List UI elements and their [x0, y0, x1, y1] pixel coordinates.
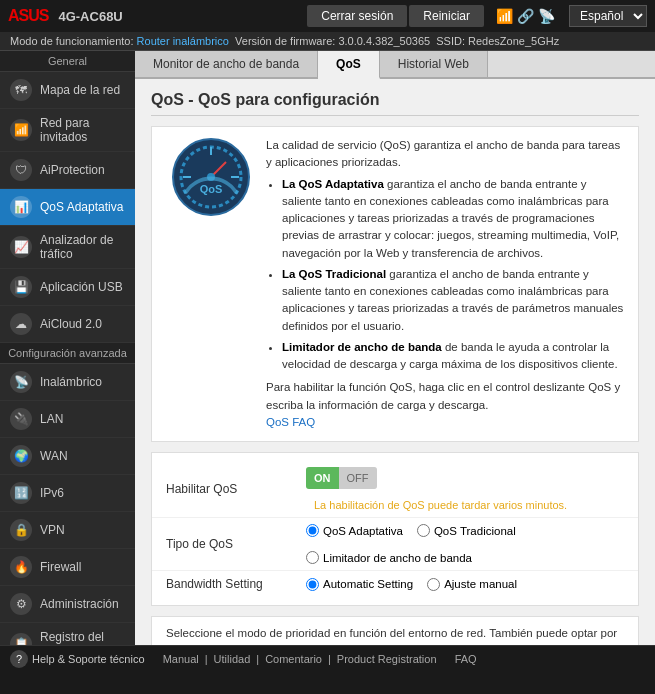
- sidebar-item-qos[interactable]: 📊 QoS Adaptativa: [0, 189, 135, 226]
- tab-bandwidth-monitor[interactable]: Monitor de ancho de banda: [135, 51, 318, 77]
- link-comment[interactable]: Comentario: [265, 653, 322, 665]
- signal-icon: 📡: [538, 8, 555, 24]
- restart-button[interactable]: Reiniciar: [409, 5, 484, 27]
- bullet-adaptive: La QoS Adaptativa garantiza el ancho de …: [282, 176, 624, 262]
- sidebar-item-vpn[interactable]: 🔒 VPN: [0, 512, 135, 549]
- ipv6-icon: 🔢: [10, 482, 32, 504]
- sidebar-item-wan[interactable]: 🌍 WAN: [0, 438, 135, 475]
- sidebar-item-guest-network[interactable]: 📶 Red para invitados: [0, 109, 135, 152]
- network-map-icon: 🗺: [10, 79, 32, 101]
- sidebar-item-ipv6[interactable]: 🔢 IPv6: [0, 475, 135, 512]
- qos-toggle[interactable]: ON OFF: [306, 467, 377, 489]
- traffic-analyzer-icon: 📈: [10, 236, 32, 258]
- sidebar-label-network-map: Mapa de la red: [40, 83, 120, 97]
- bandwidth-setting-label: Bandwidth Setting: [166, 577, 306, 591]
- qos-type-row: Tipo de QoS QoS Adaptativa QoS Tradicion…: [152, 518, 638, 571]
- ethernet-icon: 🔗: [517, 8, 534, 24]
- link-faq[interactable]: FAQ: [455, 653, 477, 665]
- sidebar-label-traffic: Analizador de tráfico: [40, 233, 125, 261]
- sidebar-item-firewall[interactable]: 🔥 Firewall: [0, 549, 135, 586]
- qos-type-label: Tipo de QoS: [166, 537, 306, 551]
- info-text: La calidad de servicio (QoS) garantiza e…: [266, 137, 624, 431]
- enable-qos-label: Habilitar QoS: [166, 482, 306, 496]
- lan-icon: 🔌: [10, 408, 32, 430]
- wifi-icon: 📶: [496, 8, 513, 24]
- enable-qos-row: Habilitar QoS ON OFF La habilitación de …: [152, 461, 638, 518]
- qos-type-adaptive[interactable]: QoS Adaptativa: [306, 524, 403, 537]
- bottom-bar: ? Help & Soporte técnico Manual | Utilid…: [0, 645, 655, 671]
- general-section-label: General: [0, 51, 135, 72]
- form-section: Habilitar QoS ON OFF La habilitación de …: [151, 452, 639, 606]
- sidebar-label-usb: Aplicación USB: [40, 280, 123, 294]
- sidebar-item-syslog[interactable]: 📋 Registro del sistema: [0, 623, 135, 645]
- guest-network-icon: 📶: [10, 119, 32, 141]
- qos-page: QoS - QoS para configuración: [135, 79, 655, 645]
- ssid-value: RedesZone_5GHz: [468, 35, 559, 47]
- page-title: QoS - QoS para configuración: [151, 91, 639, 116]
- top-icons: 📶 🔗 📡: [496, 8, 555, 24]
- qos-type-controls: QoS Adaptativa QoS Tradicional Limitador…: [306, 524, 624, 564]
- qos-faq-link[interactable]: QoS FAQ: [266, 416, 315, 428]
- help-icon: ?: [10, 650, 28, 668]
- help-label: Help & Soporte técnico: [32, 653, 145, 665]
- link-manual[interactable]: Manual: [163, 653, 199, 665]
- sidebar-label-admin: Administración: [40, 597, 119, 611]
- qos-icon: 📊: [10, 196, 32, 218]
- info-paragraph: La calidad de servicio (QoS) garantiza e…: [266, 137, 624, 172]
- bandwidth-setting-row: Bandwidth Setting Automatic Setting Ajus…: [152, 571, 638, 597]
- usb-app-icon: 💾: [10, 276, 32, 298]
- aicloud-icon: ☁: [10, 313, 32, 335]
- sidebar-item-admin[interactable]: ⚙ Administración: [0, 586, 135, 623]
- sidebar-label-aicloud: AiCloud 2.0: [40, 317, 102, 331]
- sidebar-item-traffic-analyzer[interactable]: 📈 Analizador de tráfico: [0, 226, 135, 269]
- sidebar-label-vpn: VPN: [40, 523, 65, 537]
- sidebar-label-firewall: Firewall: [40, 560, 81, 574]
- version-label: Versión de firmware:: [232, 35, 338, 47]
- logout-button[interactable]: Cerrar sesión: [307, 5, 407, 27]
- sidebar-item-usb-app[interactable]: 💾 Aplicación USB: [0, 269, 135, 306]
- ssid-label: SSID:: [433, 35, 468, 47]
- wan-icon: 🌍: [10, 445, 32, 467]
- sidebar-label-guest-network: Red para invitados: [40, 116, 125, 144]
- version-value: 3.0.0.4.382_50365: [338, 35, 430, 47]
- sidebar-item-lan[interactable]: 🔌 LAN: [0, 401, 135, 438]
- sidebar-label-wireless: Inalámbrico: [40, 375, 102, 389]
- sidebar-item-aicloud[interactable]: ☁ AiCloud 2.0: [0, 306, 135, 343]
- sidebar-item-network-map[interactable]: 🗺 Mapa de la red: [0, 72, 135, 109]
- language-select[interactable]: Español English: [569, 5, 647, 27]
- qos-type-limiter[interactable]: Limitador de ancho de banda: [306, 551, 472, 564]
- info-box: QoS La calidad de servicio (QoS) garanti…: [151, 126, 639, 442]
- qos-logo: QoS: [166, 137, 256, 217]
- priority-note: Seleccione el modo de prioridad en funci…: [151, 616, 639, 645]
- mode-link[interactable]: Router inalámbrico: [137, 35, 229, 47]
- tab-web-history[interactable]: Historial Web: [380, 51, 488, 77]
- link-product-reg[interactable]: Product Registration: [337, 653, 437, 665]
- mode-bar: Modo de funcionamiento: Router inalámbri…: [0, 32, 655, 51]
- wireless-icon: 📡: [10, 371, 32, 393]
- faq-note: Para habilitar la función QoS, haga clic…: [266, 379, 624, 414]
- link-utility[interactable]: Utilidad: [214, 653, 251, 665]
- toggle-on-label: ON: [306, 467, 339, 489]
- toggle-hint: La habilitación de QoS puede tardar vari…: [314, 499, 567, 511]
- qos-type-traditional[interactable]: QoS Tradicional: [417, 524, 516, 537]
- mode-prefix: Modo de funcionamiento:: [10, 35, 134, 47]
- bandwidth-auto[interactable]: Automatic Setting: [306, 578, 413, 591]
- sidebar-label-qos: QoS Adaptativa: [40, 200, 123, 214]
- main-content: Monitor de ancho de banda QoS Historial …: [135, 51, 655, 645]
- sidebar: General 🗺 Mapa de la red 📶 Red para invi…: [0, 51, 135, 645]
- model-name: 4G-AC68U: [58, 9, 122, 24]
- bullet-limiter: Limitador de ancho de banda de banda le …: [282, 339, 624, 374]
- sidebar-label-lan: LAN: [40, 412, 63, 426]
- bandwidth-setting-controls: Automatic Setting Ajuste manual: [306, 578, 517, 591]
- sidebar-item-aiprotection[interactable]: 🛡 AiProtection: [0, 152, 135, 189]
- tab-qos[interactable]: QoS: [318, 51, 380, 79]
- sidebar-label-aiprotection: AiProtection: [40, 163, 105, 177]
- bandwidth-manual[interactable]: Ajuste manual: [427, 578, 517, 591]
- sidebar-item-wireless[interactable]: 📡 Inalámbrico: [0, 364, 135, 401]
- syslog-icon: 📋: [10, 633, 32, 645]
- tabs: Monitor de ancho de banda QoS Historial …: [135, 51, 655, 79]
- aiprotection-icon: 🛡: [10, 159, 32, 181]
- sidebar-label-ipv6: IPv6: [40, 486, 64, 500]
- main-layout: General 🗺 Mapa de la red 📶 Red para invi…: [0, 51, 655, 645]
- help-support: ? Help & Soporte técnico: [10, 650, 145, 668]
